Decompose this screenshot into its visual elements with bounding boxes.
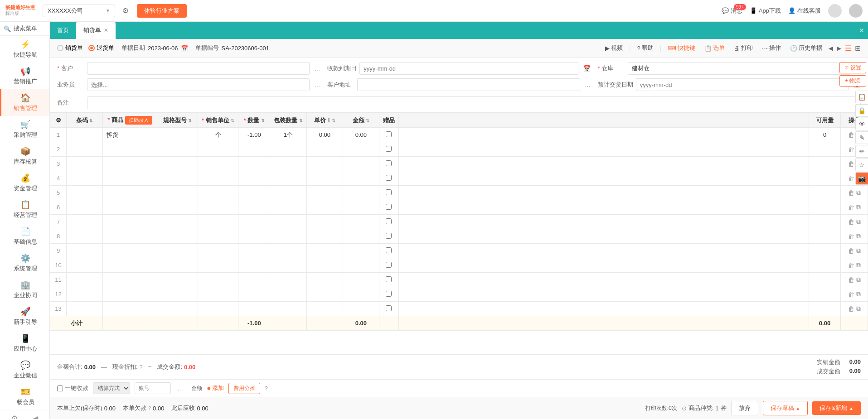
cell-spec-6[interactable]: [157, 200, 198, 215]
trial-button[interactable]: 体验行业方案: [137, 4, 187, 18]
copy-icon-11[interactable]: ⧉: [856, 276, 861, 284]
view-grid-icon[interactable]: ⊞: [855, 44, 861, 53]
cell-product-4[interactable]: [103, 171, 157, 186]
delete-icon-12[interactable]: 🗑: [848, 291, 854, 298]
customer-addr-input[interactable]: [357, 78, 580, 91]
gift-checkbox-13[interactable]: [386, 305, 392, 311]
cell-qty-6[interactable]: [238, 200, 270, 215]
cell-spec-4[interactable]: [157, 171, 198, 186]
gift-checkbox-1[interactable]: [386, 131, 392, 137]
view-list-icon[interactable]: ☰: [845, 44, 851, 53]
cell-qty-11[interactable]: [238, 273, 270, 287]
cell-gift-7[interactable]: [379, 215, 398, 229]
gift-checkbox-5[interactable]: [386, 189, 392, 195]
calendar-icon[interactable]: 📅: [181, 45, 188, 52]
product-type-icon[interactable]: ⊙: [682, 405, 687, 412]
cell-gift-3[interactable]: [379, 157, 398, 171]
delete-icon-6[interactable]: 🗑: [848, 204, 854, 211]
company-selector[interactable]: XXXXXX公司 ▼: [43, 5, 115, 17]
pick-tool-btn[interactable]: 📋 选单: [702, 43, 727, 53]
sidebar-item-enterprise-wechat[interactable]: 💬 企业微信: [0, 356, 49, 383]
cash-discount-info[interactable]: ?: [140, 364, 143, 371]
cell-barcode-10[interactable]: [67, 258, 103, 273]
cell-barcode-2[interactable]: [67, 142, 103, 157]
one-click-payment-input[interactable]: [57, 385, 63, 391]
cell-gift-5[interactable]: [379, 186, 398, 200]
delete-icon-7[interactable]: 🗑: [848, 218, 854, 226]
cell-barcode-7[interactable]: [67, 215, 103, 229]
cell-qty-8[interactable]: [238, 229, 270, 244]
cell-barcode-6[interactable]: [67, 200, 103, 215]
copy-icon-8[interactable]: ⧉: [856, 232, 861, 240]
cell-barcode-5[interactable]: [67, 186, 103, 200]
avatar2[interactable]: [849, 4, 863, 18]
tab-home[interactable]: 首页: [50, 22, 76, 39]
cell-spec-12[interactable]: [157, 287, 198, 302]
cell-product-10[interactable]: [103, 258, 157, 273]
warehouse-input[interactable]: [628, 62, 850, 75]
setup-button[interactable]: ⊙ 设置: [839, 62, 866, 73]
cell-price-10[interactable]: [306, 258, 343, 273]
cell-spec-3[interactable]: [157, 157, 198, 171]
qty-sort-icon[interactable]: ⇅: [261, 119, 265, 123]
delete-icon-4[interactable]: 🗑: [848, 175, 854, 182]
cell-qty-12[interactable]: [238, 287, 270, 302]
cell-spec-2[interactable]: [157, 142, 198, 157]
cell-qty-7[interactable]: [238, 215, 270, 229]
shortcut-tool-btn[interactable]: ⌨ 快捷键: [665, 43, 698, 53]
sidebar-item-quick-nav[interactable]: ⚡ 快捷导航: [0, 36, 49, 63]
right-tool-3[interactable]: 👁: [855, 118, 868, 130]
copy-icon-10[interactable]: ⧉: [856, 261, 861, 269]
radio-sales[interactable]: 销货单: [57, 44, 83, 52]
cell-spec-9[interactable]: [157, 244, 198, 258]
delete-icon-9[interactable]: 🗑: [848, 247, 854, 255]
cell-price-2[interactable]: [306, 142, 343, 157]
operation-tool-btn[interactable]: ⋯ 操作: [759, 43, 784, 53]
cell-gift-13[interactable]: [379, 302, 398, 316]
cell-price-4[interactable]: [306, 171, 343, 186]
cell-gift-11[interactable]: [379, 273, 398, 287]
cell-qty-9[interactable]: [238, 244, 270, 258]
account-dots[interactable]: …: [177, 385, 183, 392]
delete-icon-8[interactable]: 🗑: [848, 233, 854, 240]
cell-qty-3[interactable]: [238, 157, 270, 171]
tab-close-icon[interactable]: ✕: [104, 27, 108, 34]
payment-help-icon[interactable]: ?: [265, 385, 268, 392]
sidebar-item-operations[interactable]: 📋 经营管理: [0, 196, 49, 223]
add-button[interactable]: ● 添加: [207, 384, 224, 392]
cell-product-13[interactable]: [103, 302, 157, 316]
cell-product-11[interactable]: [103, 273, 157, 287]
cell-price-5[interactable]: [306, 186, 343, 200]
cell-barcode-13[interactable]: [67, 302, 103, 316]
delete-icon-11[interactable]: 🗑: [848, 276, 854, 284]
calc-method-select[interactable]: 结算方式: [93, 382, 130, 394]
cell-qty-10[interactable]: [238, 258, 270, 273]
cell-barcode-8[interactable]: [67, 229, 103, 244]
video-tool-btn[interactable]: ▶ 视频: [602, 43, 626, 53]
unit-sort-icon[interactable]: ⇅: [231, 119, 234, 123]
cell-gift-2[interactable]: [379, 142, 398, 157]
cell-gift-10[interactable]: [379, 258, 398, 273]
delete-icon-3[interactable]: 🗑: [848, 160, 854, 168]
right-tool-4[interactable]: ✎: [855, 131, 868, 144]
right-tool-5[interactable]: ✏: [855, 145, 868, 158]
sidebar-item-basic-info[interactable]: 📄 基础信息: [0, 223, 49, 250]
sidebar-item-app-center[interactable]: 📱 应用中心: [0, 330, 49, 356]
cell-spec-5[interactable]: [157, 186, 198, 200]
cell-spec-10[interactable]: [157, 258, 198, 273]
cell-price-9[interactable]: [306, 244, 343, 258]
delete-icon-13[interactable]: 🗑: [848, 305, 854, 313]
sidebar-search[interactable]: 🔍 搜索菜单: [0, 22, 49, 36]
gift-checkbox-6[interactable]: [386, 204, 392, 210]
radio-return[interactable]: 退货单: [88, 44, 114, 52]
sidebar-item-sales-mgmt[interactable]: 🏠 销售管理: [0, 89, 49, 116]
pkg-sort-icon[interactable]: ⇅: [299, 119, 303, 123]
app-download-btn[interactable]: 📱 App下载: [750, 7, 781, 15]
customer-dots[interactable]: …: [314, 65, 320, 72]
expense-split-button[interactable]: 费用分摊: [228, 383, 260, 394]
delete-icon-1[interactable]: 🗑: [848, 131, 854, 139]
cell-product-6[interactable]: [103, 200, 157, 215]
cell-qty-13[interactable]: [238, 302, 270, 316]
cell-gift-8[interactable]: [379, 229, 398, 244]
cell-gift-9[interactable]: [379, 244, 398, 258]
